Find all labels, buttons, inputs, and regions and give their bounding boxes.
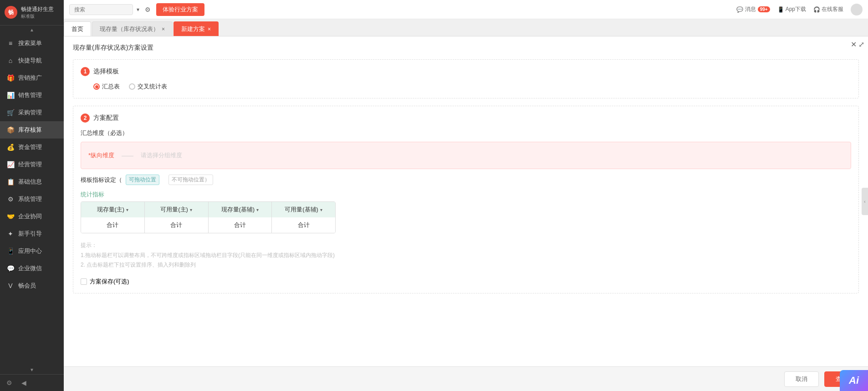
topbar-right: 💬 消息 99+ 📱 App下载 🎧 在线客服 xyxy=(736,4,863,15)
sidebar-label-search: 搜索菜单 xyxy=(18,39,42,47)
wechat-icon: 💬 xyxy=(6,264,15,273)
new-scheme-tab-close[interactable]: × xyxy=(208,26,211,32)
sidebar-label-newuser: 新手引导 xyxy=(18,230,42,238)
stats-header-dropdown-3[interactable]: ▾ xyxy=(320,207,322,212)
stats-header-col-0[interactable]: 现存量(主) ▾ xyxy=(81,202,145,217)
page-title: 现存量(库存状况表)方案设置 xyxy=(73,44,859,52)
main: ▾ ⚙ 体验行业方案 💬 消息 99+ 📱 App下载 🎧 在线客服 首页 xyxy=(64,0,868,391)
close-panel-icon[interactable]: ✕ xyxy=(851,40,857,49)
stats-body-cell-0-0: 合计 xyxy=(81,217,145,233)
sidebar-item-enterprise[interactable]: 🤝 企业协同 xyxy=(0,208,64,225)
topbar-search-input[interactable] xyxy=(69,4,133,15)
sidebar-item-inventory[interactable]: 📦 库存核算 xyxy=(0,121,64,139)
sidebar-item-basic[interactable]: 📋 基础信息 xyxy=(0,173,64,190)
dimension-placeholder[interactable]: 请选择分组维度 xyxy=(141,151,182,159)
basic-icon: 📋 xyxy=(6,178,15,186)
topbar-app-download[interactable]: 📱 App下载 xyxy=(777,5,806,13)
sidebar-item-marketing[interactable]: 🎁 营销推广 xyxy=(0,69,64,87)
tab-new-scheme[interactable]: 新建方案 × xyxy=(174,21,219,36)
stats-header-col-2[interactable]: 现存量(基辅) ▾ xyxy=(209,202,272,217)
save-checkbox[interactable] xyxy=(81,278,87,285)
tab-home[interactable]: 首页 xyxy=(64,21,91,36)
logo-text: 畅捷通好生意 标准版 xyxy=(21,5,54,20)
ai-badge[interactable]: Ai xyxy=(840,370,868,391)
sidebar-item-newuser[interactable]: ✦ 新手引导 xyxy=(0,225,64,242)
stats-header-col-1[interactable]: 可用量(主) ▾ xyxy=(145,202,209,217)
radio-cross[interactable]: 交叉统计表 xyxy=(129,82,167,91)
sidebar-item-purchase[interactable]: 🛒 采购管理 xyxy=(0,104,64,121)
dimension-label: 汇总维度（必选） xyxy=(81,129,851,137)
tips-title: 提示： xyxy=(81,242,97,248)
dimension-dash: —— xyxy=(122,152,133,159)
sidebar-scroll-down[interactable]: ▼ xyxy=(0,365,64,374)
expand-panel-icon[interactable]: ⤢ xyxy=(858,40,864,49)
save-label: 方案保存(可选) xyxy=(90,278,129,286)
topbar-dropdown-icon[interactable]: ▾ xyxy=(137,6,139,13)
right-panel-toggle[interactable]: ‹ xyxy=(862,188,868,215)
content-header-icons: ✕ ⤢ xyxy=(847,36,868,52)
sidebar-label-marketing: 营销推广 xyxy=(18,74,42,82)
sidebar-label-system: 系统管理 xyxy=(18,195,42,203)
section-config-header: 2 方案配置 xyxy=(81,113,851,123)
member-icon: V xyxy=(6,282,15,290)
radio-summary-circle[interactable] xyxy=(93,83,100,90)
msg-label: 消息 xyxy=(745,5,756,13)
industry-btn[interactable]: 体验行业方案 xyxy=(156,3,204,16)
sales-icon: 📊 xyxy=(6,91,15,99)
stats-body-cell-0-1: 合计 xyxy=(145,217,209,233)
section-title-config: 方案配置 xyxy=(93,114,119,122)
sidebar-logo: 畅 畅捷通好生意 标准版 xyxy=(0,0,64,26)
settings-icon[interactable]: ⚙ xyxy=(6,379,12,386)
stats-header-label-0: 现存量(主) xyxy=(97,206,125,214)
sidebar-label-member: 畅会员 xyxy=(18,282,36,290)
sidebar-item-operation[interactable]: 📈 经营管理 xyxy=(0,156,64,173)
inventory-icon: 📦 xyxy=(6,126,15,134)
stats-header-dropdown-1[interactable]: ▾ xyxy=(190,207,192,212)
stats-table-body: 合计 合计 合计 合计 xyxy=(81,217,335,233)
app-icon: 📱 xyxy=(777,6,784,13)
stats-header-dropdown-0[interactable]: ▾ xyxy=(126,207,128,212)
stats-header-col-3[interactable]: 可用量(基辅) ▾ xyxy=(272,202,335,217)
stats-table: 现存量(主) ▾ 可用量(主) ▾ 现存量(基辅) ▾ xyxy=(81,201,336,233)
tab-inventory[interactable]: 现存量（库存状况表） × xyxy=(92,21,173,36)
not-draggable-badge: 不可拖动位置） xyxy=(168,175,213,185)
stats-body-cell-0-3: 合计 xyxy=(272,217,335,233)
radio-cross-circle[interactable] xyxy=(129,83,135,90)
newuser-icon: ✦ xyxy=(6,230,15,238)
sidebar-label-wechat: 企业微信 xyxy=(18,264,42,273)
logo-icon: 畅 xyxy=(5,6,17,19)
sidebar-label-sales: 销售管理 xyxy=(18,91,42,99)
sidebar-item-sales[interactable]: 📊 销售管理 xyxy=(0,87,64,104)
sidebar-scroll-up[interactable]: ▲ xyxy=(0,26,64,35)
new-scheme-tab-label: 新建方案 xyxy=(181,25,205,33)
sidebar-item-shortcut[interactable]: ⌂ 快捷导航 xyxy=(0,52,64,69)
sidebar-label-finance: 资金管理 xyxy=(18,143,42,151)
inventory-tab-label: 现存量（库存状况表） xyxy=(100,25,159,33)
stats-header-dropdown-2[interactable]: ▾ xyxy=(256,207,259,212)
radio-summary[interactable]: 汇总表 xyxy=(93,82,120,91)
sidebar-item-appstore[interactable]: 📱 应用中心 xyxy=(0,242,64,260)
section-template: 1 选择模板 汇总表 交叉统计表 xyxy=(73,59,859,98)
topbar-service[interactable]: 🎧 在线客服 xyxy=(813,5,843,13)
topbar-gear-icon[interactable]: ⚙ xyxy=(145,6,151,13)
draggable-badge: 可拖动位置 xyxy=(126,175,159,185)
topbar-msg[interactable]: 💬 消息 99+ xyxy=(736,5,770,13)
operation-icon: 📈 xyxy=(6,160,15,169)
section-template-header: 1 选择模板 xyxy=(81,67,851,76)
service-label: 在线客服 xyxy=(822,5,843,13)
topbar-avatar[interactable] xyxy=(851,4,863,15)
cancel-button[interactable]: 取消 xyxy=(784,371,819,387)
volume-icon[interactable]: ◀ xyxy=(21,379,26,386)
sidebar-nav: ≡ 搜索菜单 ⌂ 快捷导航 🎁 营销推广 📊 销售管理 🛒 采购管理 📦 库存核… xyxy=(0,35,64,365)
sidebar-item-member[interactable]: V 畅会员 xyxy=(0,277,64,294)
indicator-settings-label: 模板指标设定（ 可拖动位置 不可拖动位置） xyxy=(81,175,851,185)
sidebar-item-search[interactable]: ≡ 搜索菜单 xyxy=(0,35,64,52)
sidebar-item-wechat[interactable]: 💬 企业微信 xyxy=(0,260,64,277)
marketing-icon: 🎁 xyxy=(6,74,15,82)
sidebar-item-system[interactable]: ⚙ 系统管理 xyxy=(0,190,64,208)
inventory-tab-close[interactable]: × xyxy=(162,26,165,32)
search-nav-icon: ≡ xyxy=(6,39,15,47)
stats-table-header: 现存量(主) ▾ 可用量(主) ▾ 现存量(基辅) ▾ xyxy=(81,202,335,217)
sidebar-item-finance[interactable]: 💰 资金管理 xyxy=(0,139,64,156)
enterprise-icon: 🤝 xyxy=(6,212,15,221)
